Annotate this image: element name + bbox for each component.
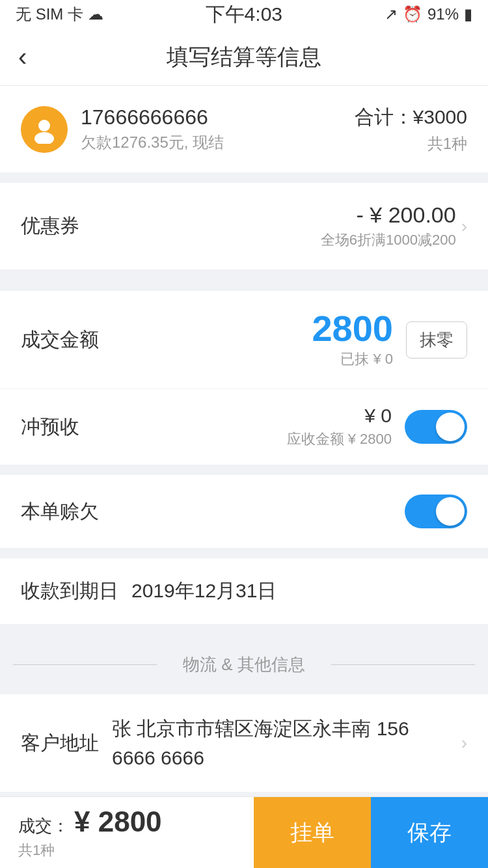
toggle-thumb [436,413,465,441]
section-gap-2 [0,465,488,475]
deal-amount-value: 2800 [312,310,393,347]
prepay-value-wrap: ¥ 0 应收金额 ¥ 2800 [287,405,392,449]
bottom-bar: 成交： ¥ 2800 共1种 挂单 保存 [0,796,488,868]
debt-row: 本单赊欠 [0,475,488,548]
status-right: ↗ ⏰ 91% ▮ [385,5,472,23]
status-bar: 无 SIM 卡 ☁ 下午4:03 ↗ ⏰ 91% ▮ [0,0,488,29]
due-date-label: 收款到期日 [21,578,118,604]
location-icon: ↗ [385,5,398,23]
svg-point-0 [38,120,50,131]
address-row[interactable]: 客户地址 张 北京市市辖区海淀区永丰南 156 6666 6666 › [0,694,488,792]
sim-label: 无 SIM 卡 ☁ [16,4,103,25]
prepay-sub: 应收金额 ¥ 2800 [287,429,392,449]
status-time: 下午4:03 [206,1,282,28]
deal-amount-label: 成交金额 [21,327,99,353]
deal-amount-row: 成交金额 2800 已抹 ¥ 0 抹零 [0,291,488,389]
due-date-row: 收款到期日 2019年12月31日 [0,558,488,624]
coupon-value: - ¥ 200.00 全场6折满1000减200 [321,202,456,250]
customer-details: 17666666666 欠款1276.35元, 现结 [81,105,224,153]
content-area: 17666666666 欠款1276.35元, 现结 合计：¥3000 共1种 … [0,86,488,868]
nav-bar: ‹ 填写结算等信息 [0,29,488,86]
prepay-label: 冲预收 [21,414,79,441]
due-date-value: 2019年12月31日 [131,578,277,604]
address-value: 张 北京市市辖区海淀区永丰南 156 6666 6666 [99,714,461,772]
deal-amount-sub: 已抹 ¥ 0 [312,349,393,369]
hold-order-button[interactable]: 挂单 [254,797,371,869]
back-button[interactable]: ‹ [18,42,27,72]
divider-label: 物流 & 其他信息 [183,653,305,676]
svg-point-1 [34,132,54,144]
address-label: 客户地址 [21,730,99,757]
debt-toggle-thumb [436,497,465,526]
alarm-icon: ⏰ [403,5,422,23]
battery-icon: ▮ [464,5,472,23]
page-title: 填写结算等信息 [167,42,321,72]
bottom-summary-top: 成交： ¥ 2800 [18,806,236,838]
save-button[interactable]: 保存 [371,797,488,869]
coupon-desc: 全场6折满1000减200 [321,230,456,250]
prepay-row: 冲预收 ¥ 0 应收金额 ¥ 2800 [0,389,488,465]
coupon-right: - ¥ 200.00 全场6折满1000减200 › [321,202,467,250]
divider-line-left [13,664,157,665]
total-amount: 合计：¥3000 [355,104,467,131]
bottom-summary: 成交： ¥ 2800 共1种 [0,806,254,860]
logistics-divider: 物流 & 其他信息 [0,645,488,684]
section-gap-1 [0,280,488,291]
section-gap-3 [0,634,488,645]
prepay-toggle[interactable] [405,410,467,444]
status-left: 无 SIM 卡 ☁ [16,4,103,25]
prepay-right: ¥ 0 应收金额 ¥ 2800 [287,405,467,449]
customer-totals: 合计：¥3000 共1种 [355,104,467,154]
bottom-count: 共1种 [18,841,236,860]
divider-line-right [331,664,475,665]
deal-amount-right: 2800 已抹 ¥ 0 抹零 [312,310,467,369]
customer-info-row: 17666666666 欠款1276.35元, 现结 合计：¥3000 共1种 [0,86,488,172]
bottom-amount: ¥ 2800 [74,806,162,838]
total-count: 共1种 [355,133,467,154]
debt-label: 本单赊欠 [21,498,99,525]
section-gap-4 [0,684,488,694]
debt-toggle[interactable] [405,495,467,528]
customer-phone: 17666666666 [81,105,224,129]
coupon-label: 优惠券 [21,213,79,239]
prepay-value: ¥ 0 [287,405,392,427]
address-chevron-icon: › [461,733,467,753]
customer-left: 17666666666 欠款1276.35元, 现结 [21,105,224,153]
avatar [21,106,68,153]
customer-sub-info: 欠款1276.35元, 现结 [81,132,224,153]
round-zero-button[interactable]: 抹零 [406,321,467,359]
battery-label: 91% [427,5,459,23]
coupon-amount: - ¥ 200.00 [321,202,456,228]
coupon-row[interactable]: 优惠券 - ¥ 200.00 全场6折满1000减200 › [0,183,488,270]
deal-amount-wrap: 2800 已抹 ¥ 0 [312,310,393,369]
chevron-right-icon: › [461,216,467,237]
bottom-label: 成交： [18,815,69,837]
